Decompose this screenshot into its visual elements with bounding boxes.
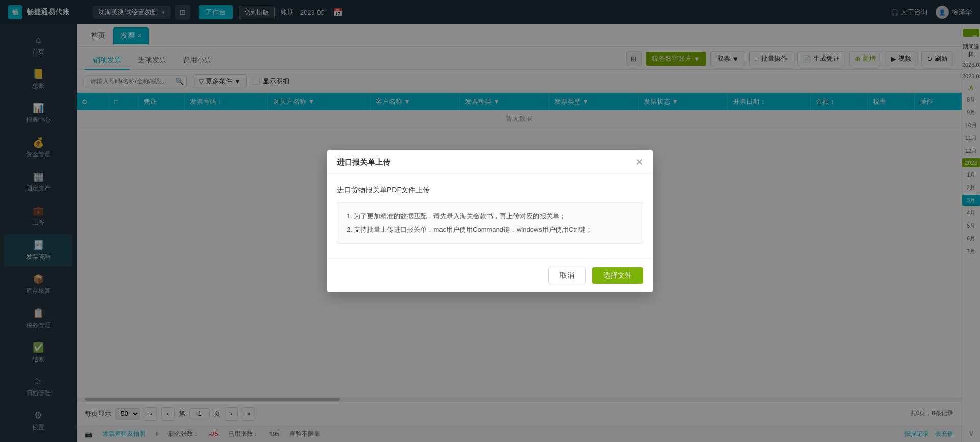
modal-info-item-2: 2. 支持批量上传进口报关单，mac用户使用Command键，windows用户… [347, 223, 633, 236]
modal-select-file-button[interactable]: 选择文件 [592, 267, 643, 284]
modal-close-button[interactable]: ✕ [635, 157, 643, 168]
modal-title: 进口报关单上传 [337, 158, 390, 167]
modal-overlay[interactable]: 进口报关单上传 ✕ 进口货物报关单PDF文件上传 1. 为了更加精准的数据匹配，… [0, 0, 980, 442]
modal-upload-title: 进口货物报关单PDF文件上传 [337, 186, 643, 195]
modal-footer: 取消 选择文件 [327, 258, 653, 292]
modal-body: 进口货物报关单PDF文件上传 1. 为了更加精准的数据匹配，请先录入海关缴款书，… [327, 174, 653, 258]
modal-cancel-button[interactable]: 取消 [548, 267, 586, 284]
modal-info-item-1: 1. 为了更加精准的数据匹配，请先录入海关缴款书，再上传对应的报关单； [347, 210, 633, 223]
modal-info-box: 1. 为了更加精准的数据匹配，请先录入海关缴款书，再上传对应的报关单； 2. 支… [337, 202, 643, 244]
modal-header: 进口报关单上传 ✕ [327, 150, 653, 174]
modal-box: 进口报关单上传 ✕ 进口货物报关单PDF文件上传 1. 为了更加精准的数据匹配，… [327, 150, 653, 292]
